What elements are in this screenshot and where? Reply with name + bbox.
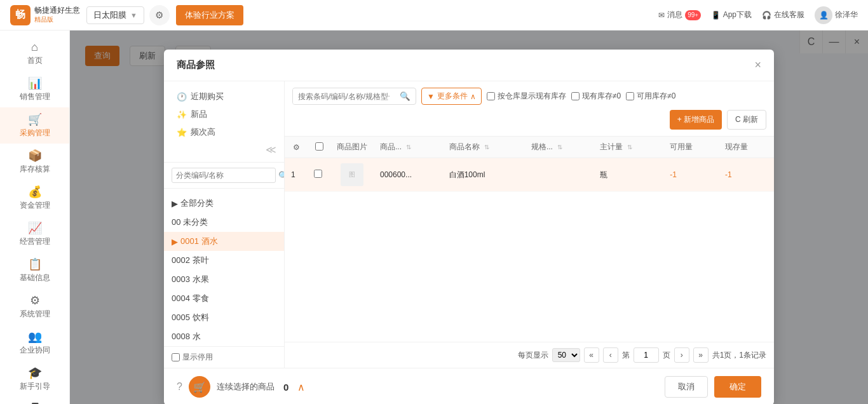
category-item-beverages[interactable]: 0005 饮料 bbox=[164, 308, 284, 327]
total-info: 共1页，1条记录 bbox=[712, 350, 766, 361]
app-download-link[interactable]: 📱 App下载 bbox=[711, 10, 752, 20]
branch-selector[interactable]: 日太阳膜 ▼ bbox=[86, 6, 144, 24]
goods-search-button[interactable]: 🔍 bbox=[395, 88, 416, 104]
sidebar-item-guide[interactable]: 🎓 新手引导 bbox=[0, 361, 69, 397]
show-disabled-checkbox-label[interactable]: 显示停用 bbox=[172, 352, 276, 363]
confirm-button[interactable]: 确定 bbox=[714, 376, 761, 398]
cell-code: 000600... bbox=[374, 158, 443, 192]
sidebar-item-finance[interactable]: 💰 资金管理 bbox=[0, 180, 69, 216]
sidebar-item-collab[interactable]: 👥 企业协同 bbox=[0, 325, 69, 361]
trial-button[interactable]: 体验行业方案 bbox=[176, 5, 243, 25]
cell-available: -1 bbox=[663, 158, 719, 192]
category-item-tea[interactable]: 0002 茶叶 bbox=[164, 251, 284, 270]
collab-icon: 👥 bbox=[28, 330, 42, 344]
sidebar-item-label: 库存核算 bbox=[20, 164, 50, 175]
quick-nav-recent[interactable]: 🕐 近期购买 bbox=[172, 88, 276, 105]
cancel-button[interactable]: 取消 bbox=[665, 376, 708, 398]
category-panel: 🕐 近期购买 ✨ 新品 ⭐ 频次高 bbox=[164, 81, 285, 368]
collapse-panel-button[interactable]: ≪ bbox=[266, 144, 276, 156]
warehouse-display-checkbox[interactable] bbox=[487, 92, 495, 100]
system-icon: ⚙ bbox=[30, 293, 40, 307]
usable-stock-checkbox-label[interactable]: 可用库存≠0 bbox=[626, 91, 675, 102]
help-icon[interactable]: ? bbox=[177, 381, 182, 393]
cell-unit: 瓶 bbox=[593, 158, 664, 192]
messages-link[interactable]: ✉ 消息 99+ bbox=[658, 10, 700, 20]
category-panel-footer: 显示停用 bbox=[164, 346, 284, 368]
cart-icon: 🛒 bbox=[193, 381, 206, 393]
col-unit[interactable]: 主计量 ⇅ bbox=[593, 137, 664, 158]
available-stock-checkbox-label[interactable]: 现有库存≠0 bbox=[571, 91, 621, 102]
sort-icon-name: ⇅ bbox=[484, 144, 489, 151]
page-number-input[interactable] bbox=[634, 347, 659, 363]
col-spec[interactable]: 规格... ⇅ bbox=[525, 137, 593, 158]
message-icon: ✉ bbox=[658, 11, 665, 20]
col-stock: 现存量 bbox=[719, 137, 774, 158]
select-all-checkbox[interactable] bbox=[315, 142, 323, 151]
sidebar-item-label: 资金管理 bbox=[20, 200, 50, 211]
last-page-button[interactable]: » bbox=[693, 347, 709, 363]
category-list: ▶ 全部分类 00 未分类 ▶ 0001 酒水 0002 茶 bbox=[164, 189, 284, 346]
chevron-down-icon: ▼ bbox=[130, 11, 137, 19]
col-image: 商品图片 bbox=[330, 137, 374, 158]
nav-right: ✉ 消息 99+ 📱 App下载 🎧 在线客服 👤 徐泽华 bbox=[658, 6, 858, 24]
col-name[interactable]: 商品名称 ⇅ bbox=[443, 137, 525, 158]
sidebar-item-inventory[interactable]: 📦 库存核算 bbox=[0, 144, 69, 180]
sidebar-item-basic-info[interactable]: 📋 基础信息 bbox=[0, 252, 69, 288]
footer-collapse-icon[interactable]: ∧ bbox=[297, 381, 305, 393]
sidebar-item-purchase[interactable]: 🛒 采购管理 bbox=[0, 107, 69, 144]
first-page-button[interactable]: « bbox=[584, 347, 599, 363]
online-service-link[interactable]: 🎧 在线客服 bbox=[762, 10, 804, 20]
cell-check bbox=[308, 158, 330, 192]
avatar: 👤 bbox=[815, 6, 832, 24]
category-item-liquor[interactable]: ▶ 0001 酒水 bbox=[164, 232, 284, 251]
main-layout: ⌂ 首页 📊 销售管理 🛒 采购管理 📦 库存核算 💰 资金管理 📈 经营管理 … bbox=[0, 30, 868, 404]
col-code[interactable]: 商品... ⇅ bbox=[374, 137, 443, 158]
sales-icon: 📊 bbox=[28, 76, 42, 90]
prev-page-button[interactable]: ‹ bbox=[603, 347, 618, 363]
cart-button[interactable]: 🛒 bbox=[189, 376, 210, 398]
sidebar-item-home[interactable]: ⌂ 首页 bbox=[0, 36, 69, 71]
more-filter-button[interactable]: ▼ 更多条件 ∧ bbox=[421, 88, 482, 105]
show-disabled-checkbox[interactable] bbox=[172, 353, 180, 361]
purchase-icon: 🛒 bbox=[28, 112, 42, 126]
category-item-snacks[interactable]: 0004 零食 bbox=[164, 289, 284, 308]
dialog-close-button[interactable]: × bbox=[754, 58, 761, 72]
dialog-footer: ? 🛒 连续选择的商品 0 ∧ 取消 确定 bbox=[164, 368, 774, 404]
cell-index: 1 bbox=[285, 158, 308, 192]
toolbar-right-actions: + 新增商品 C 刷新 bbox=[670, 110, 766, 130]
info-icon: 📋 bbox=[28, 257, 42, 271]
settings-icon[interactable]: ⚙ bbox=[149, 5, 170, 25]
row-checkbox[interactable] bbox=[314, 170, 322, 178]
table-row[interactable]: 1 图 000600... 白酒100ml bbox=[285, 158, 774, 192]
page-suffix: 页 bbox=[663, 350, 670, 361]
refresh-goods-button[interactable]: C 刷新 bbox=[727, 110, 766, 130]
next-page-button[interactable]: › bbox=[674, 347, 689, 363]
top-nav: 畅 畅捷通好生意 精品版 日太阳膜 ▼ ⚙ 体验行业方案 ✉ 消息 99+ 📱 … bbox=[0, 0, 868, 30]
sidebar-item-operations[interactable]: 📈 经营管理 bbox=[0, 216, 69, 252]
new-icon: ✨ bbox=[177, 110, 187, 119]
category-item-uncategorized[interactable]: 00 未分类 bbox=[164, 213, 284, 232]
dialog-header: 商品参照 × bbox=[164, 50, 774, 81]
category-item-all[interactable]: ▶ 全部分类 bbox=[164, 194, 284, 213]
per-page-select[interactable]: 50 bbox=[552, 348, 580, 362]
category-search-icon[interactable]: 🔍 bbox=[278, 171, 285, 180]
goods-search-bar: 🔍 bbox=[292, 88, 416, 105]
goods-search-input[interactable] bbox=[293, 89, 395, 104]
add-goods-button[interactable]: + 新增商品 bbox=[670, 110, 722, 130]
usable-stock-checkbox[interactable] bbox=[626, 92, 634, 100]
warehouse-display-checkbox-label[interactable]: 按仓库显示现有库存 bbox=[487, 91, 566, 102]
quick-nav-frequent[interactable]: ⭐ 频次高 bbox=[172, 123, 276, 141]
available-stock-checkbox[interactable] bbox=[571, 92, 580, 100]
category-search-input[interactable] bbox=[172, 168, 276, 183]
messages-badge: 99+ bbox=[685, 10, 700, 20]
sidebar-item-system[interactable]: ⚙ 系统管理 bbox=[0, 288, 69, 325]
pagination-bar: 每页显示 50 « ‹ 第 页 › » 共1页，1条记录 bbox=[285, 342, 774, 368]
quick-nav-new[interactable]: ✨ 新品 bbox=[172, 105, 276, 123]
cell-image: 图 bbox=[330, 158, 374, 192]
category-item-fruit[interactable]: 0003 水果 bbox=[164, 270, 284, 289]
cell-name: 白酒100ml bbox=[443, 158, 525, 192]
sidebar-item-app-center[interactable]: 📱 应用中心 bbox=[0, 397, 69, 404]
user-menu[interactable]: 👤 徐泽华 bbox=[815, 6, 858, 24]
sidebar-item-sales[interactable]: 📊 销售管理 bbox=[0, 71, 69, 107]
category-item-water[interactable]: 0008 水 bbox=[164, 327, 284, 346]
